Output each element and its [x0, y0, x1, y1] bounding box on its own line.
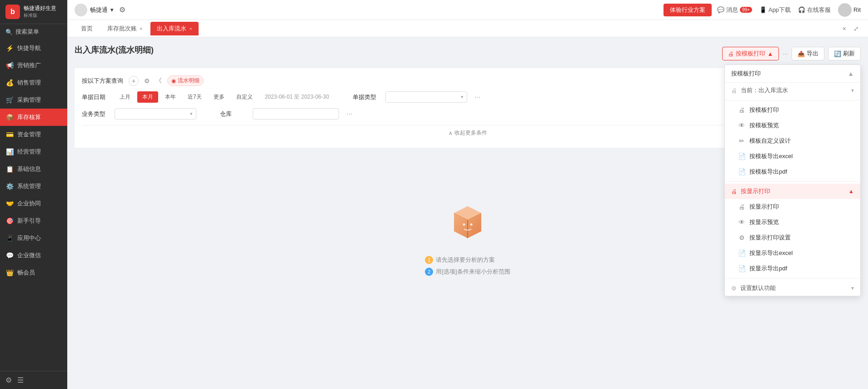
- sidebar-item-purchase[interactable]: 🛒 采购管理: [0, 91, 67, 109]
- date-tag-this-year[interactable]: 本年: [160, 91, 181, 103]
- message-label: 消息: [726, 6, 738, 14]
- sidebar-item-operations[interactable]: 📊 经营管理: [0, 143, 67, 160]
- close-window-btn[interactable]: ×: [841, 24, 848, 33]
- sidebar-item-finance[interactable]: 💳 资金管理: [0, 126, 67, 143]
- toolbar-more-dots[interactable]: ···: [783, 50, 788, 57]
- filter-settings-button[interactable]: ⚙: [144, 77, 150, 85]
- sidebar-bottom: ⚙ ☰: [0, 371, 67, 389]
- tab-inout-close[interactable]: ×: [189, 26, 192, 31]
- nav-icon: 💬: [5, 252, 14, 259]
- menu-toggle-icon[interactable]: ☰: [17, 376, 24, 384]
- sidebar-item-app-center[interactable]: 📱 应用中心: [0, 229, 67, 247]
- settings-icon[interactable]: ⚙: [5, 376, 12, 384]
- preview-icon: 👁: [738, 219, 746, 226]
- export-button[interactable]: 📤 导出: [792, 47, 824, 60]
- warehouse-input[interactable]: [253, 108, 339, 120]
- dropdown-current-item[interactable]: 🖨 当前：出入库流水 ▾: [725, 83, 860, 98]
- app-logo: b 畅捷通好生意 标准版: [0, 0, 67, 24]
- dropdown-item-display-preview[interactable]: 👁 按显示预览: [725, 214, 860, 230]
- refresh-label: 刷新: [843, 50, 855, 58]
- nav-icon: 📦: [5, 114, 14, 121]
- date-tag-this-month[interactable]: 本月: [137, 91, 158, 103]
- item-label: 按显示打印: [749, 203, 779, 211]
- tab-inout-flow[interactable]: 出入库流水 ×: [150, 22, 198, 35]
- item-label: 模板自定义设计: [749, 137, 791, 145]
- current-icon: 🖨: [731, 87, 737, 94]
- sidebar-item-base[interactable]: 📋 基础信息: [0, 160, 67, 178]
- date-tag-last-7[interactable]: 近7天: [183, 91, 207, 103]
- chevron-up-icon: ∧: [449, 130, 453, 136]
- date-tag-last-month[interactable]: 上月: [115, 91, 135, 103]
- message-button[interactable]: 💬 消息 99+: [717, 6, 752, 14]
- topbar-gear-icon[interactable]: ⚙: [119, 5, 125, 14]
- display-print-section-icon: 🖨: [731, 188, 737, 195]
- online-service-button[interactable]: 🎧 在线客服: [798, 6, 831, 14]
- filter-collapse-arrow[interactable]: 《: [155, 77, 162, 85]
- nav-label: 基础信息: [17, 165, 41, 173]
- chevron-up-icon: ▲: [767, 50, 773, 57]
- current-chevron-icon: ▾: [851, 87, 854, 94]
- biz-type-select[interactable]: [115, 108, 196, 120]
- sidebar-search[interactable]: 🔍 搜索菜单: [0, 24, 67, 40]
- date-tag-more[interactable]: 更多: [209, 91, 229, 103]
- dropdown-item-display-pdf[interactable]: 📄 按显示导出pdf: [725, 261, 860, 276]
- nav-icon: 💳: [5, 131, 14, 138]
- sidebar-item-guide[interactable]: 🎯 新手引导: [0, 212, 67, 229]
- excel-icon: 📄: [738, 249, 746, 257]
- user-avatar-small: [75, 4, 87, 16]
- app-name: 畅捷通好生意: [24, 5, 56, 12]
- refresh-button[interactable]: 🔄 刷新: [828, 47, 861, 60]
- filter-add-button[interactable]: +: [129, 76, 139, 86]
- nav-icon: 💰: [5, 79, 14, 86]
- filter-chip-label: 流水明细: [178, 77, 200, 85]
- message-badge: 99+: [740, 7, 752, 13]
- nav-label: 销售管理: [17, 79, 41, 87]
- doc-type-select[interactable]: [385, 91, 467, 103]
- user-profile-button[interactable]: Rit: [838, 3, 861, 17]
- biz-type-label: 业务类型: [82, 110, 109, 118]
- date-tag-custom[interactable]: 自定义: [231, 91, 258, 103]
- maximize-window-btn[interactable]: ⤢: [852, 24, 861, 33]
- svg-point-5: [463, 224, 465, 226]
- sidebar-item-wechat[interactable]: 💬 企业微信: [0, 247, 67, 264]
- page-title: 出入库流水(流水明细): [75, 45, 154, 55]
- dropdown-item-template-print[interactable]: 🖨 按模板打印: [725, 102, 860, 118]
- sidebar-item-cooperation[interactable]: 🤝 企业协同: [0, 195, 67, 212]
- nav-icon: 📱: [5, 234, 14, 242]
- dropdown-section-set-default[interactable]: ⚙ 设置默认功能 ▾: [725, 280, 860, 296]
- sidebar-item-sales[interactable]: 💰 销售管理: [0, 74, 67, 91]
- sidebar-item-marketing[interactable]: 📢 营销推广: [0, 57, 67, 74]
- doc-type-more[interactable]: ···: [473, 93, 482, 101]
- sidebar-item-inventory[interactable]: 📦 库存核算: [0, 109, 67, 126]
- sidebar-item-quick-nav[interactable]: ⚡ 快捷导航: [0, 40, 67, 57]
- industry-solution-button[interactable]: 体验行业方案: [663, 4, 712, 16]
- set-default-icon: ⚙: [731, 285, 737, 292]
- username-display: Rit: [853, 6, 861, 13]
- warehouse-more[interactable]: ···: [344, 110, 354, 118]
- tab-batch-close[interactable]: ×: [140, 26, 142, 31]
- pdf-icon: 📄: [738, 265, 746, 272]
- dropdown-item-template-pdf[interactable]: 📄 按模板导出pdf: [725, 164, 860, 180]
- chevron-down-icon: ▾: [110, 6, 114, 13]
- svg-point-6: [470, 224, 473, 226]
- printer-icon: 🖨: [728, 50, 734, 57]
- dropdown-item-template-custom[interactable]: ✏ 模板自定义设计: [725, 133, 860, 149]
- tab-home[interactable]: 首页: [75, 22, 99, 35]
- dropdown-collapse-icon[interactable]: ▲: [848, 70, 854, 77]
- app-download-button[interactable]: 📱 App下载: [759, 6, 791, 14]
- print-template-button[interactable]: 🖨 按模板打印 ▲: [722, 47, 779, 60]
- topbar-user[interactable]: 畅捷通 ▾: [75, 4, 114, 16]
- dropdown-item-template-preview[interactable]: 👁 按模板预览: [725, 118, 860, 133]
- tab-batch-account[interactable]: 库存批次账 ×: [101, 22, 149, 35]
- dropdown-item-display-excel[interactable]: 📄 按显示导出excel: [725, 245, 860, 261]
- dropdown-item-display-print[interactable]: 🖨 按显示打印: [725, 199, 860, 214]
- dropdown-item-template-excel[interactable]: 📄 按模板导出excel: [725, 149, 860, 164]
- sidebar-item-system[interactable]: ⚙️ 系统管理: [0, 178, 67, 195]
- sidebar-item-member[interactable]: 👑 畅会员: [0, 264, 67, 281]
- message-icon: 💬: [717, 6, 724, 13]
- dropdown-section-display-print[interactable]: 🖨 按显示打印 ▲: [725, 184, 860, 199]
- topbar: 畅捷通 ▾ ⚙ 体验行业方案 💬 消息 99+ 📱 App下载 🎧 在线客服 R…: [67, 0, 868, 20]
- section-chevron-icon: ▲: [848, 188, 854, 194]
- nav-label: 企业协同: [17, 199, 41, 208]
- dropdown-item-display-print-settings[interactable]: ⚙ 按显示打印设置: [725, 230, 860, 245]
